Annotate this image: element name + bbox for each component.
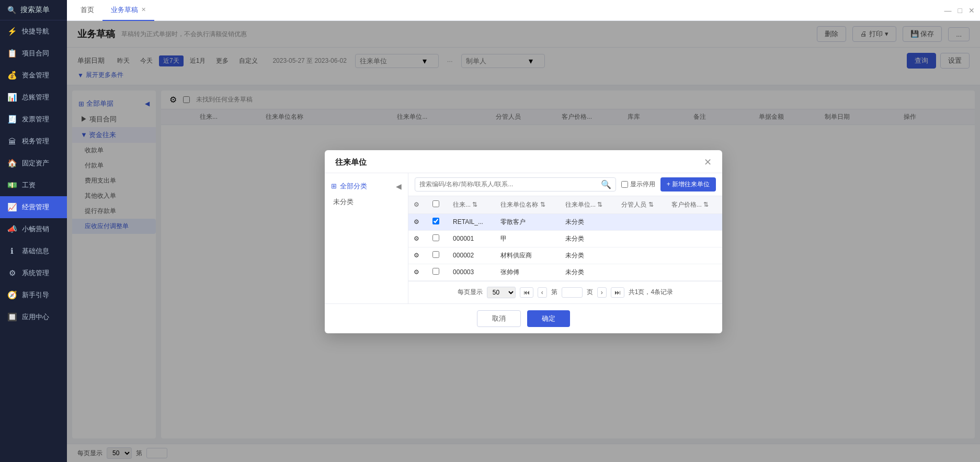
dialog-search-input[interactable] <box>419 181 598 188</box>
settings-icon-th: ⚙ <box>414 201 419 208</box>
show-disabled-label[interactable]: 显示停用 <box>621 180 655 189</box>
next-page-btn[interactable]: › <box>597 287 607 298</box>
panel-collapse-btn[interactable]: ◀ <box>396 182 402 190</box>
all-categories-btn[interactable]: ⊞ 全部分类 ◀ <box>325 178 408 194</box>
dialog-close-btn[interactable]: ✕ <box>704 157 712 167</box>
add-partner-btn[interactable]: + 新增往来单位 <box>660 177 716 191</box>
row-checkbox[interactable] <box>432 268 439 275</box>
sidebar-item-label: 工资 <box>22 181 36 190</box>
sort-icon: ⇅ <box>472 201 477 208</box>
row-name: 甲 <box>495 230 560 247</box>
sidebar-item-fixed-assets[interactable]: 🏠 固定资产 <box>0 152 67 174</box>
dialog-title: 往来单位 <box>335 157 367 167</box>
row-check[interactable] <box>427 247 448 264</box>
row-price <box>666 213 722 230</box>
per-page-select[interactable]: 50 100 <box>487 287 516 298</box>
sidebar-item-app-center[interactable]: 🔲 应用中心 <box>0 306 67 328</box>
tab-close-btn[interactable]: ✕ <box>141 6 146 13</box>
sidebar-item-fund[interactable]: 💰 资金管理 <box>0 64 67 86</box>
row-check[interactable] <box>427 213 448 230</box>
last-page-btn[interactable]: ⏭ <box>611 287 624 298</box>
sidebar-item-operations[interactable]: 📈 经营管理 <box>0 196 67 218</box>
sidebar-item-tax[interactable]: 🏛 税务管理 <box>0 130 67 152</box>
basic-info-icon: ℹ <box>7 246 17 256</box>
row-check[interactable] <box>427 230 448 247</box>
row-check[interactable] <box>427 264 448 280</box>
row-manager <box>616 247 666 264</box>
table-select-all[interactable] <box>432 200 439 207</box>
uncategorized-item[interactable]: 未分类 <box>325 194 408 210</box>
sidebar-item-label: 小畅营销 <box>22 224 49 234</box>
row-category: 未分类 <box>560 247 616 264</box>
dialog-table-body: ⚙ RETAIL_... 零散客户 未分类 ⚙ 000001 甲 未分类 ⚙ 0… <box>408 213 722 280</box>
main-area: 首页 业务草稿 ✕ — □ ✕ 业务草稿 草稿转为正式单据时，不会执行满额促销优… <box>67 0 980 462</box>
cancel-btn[interactable]: 取消 <box>477 310 521 327</box>
row-checkbox[interactable] <box>432 218 439 224</box>
th-code[interactable]: 往来... ⇅ <box>448 196 495 214</box>
sidebar-item-label: 资金管理 <box>22 71 49 80</box>
table-row[interactable]: ⚙ 000003 张帅傅 未分类 <box>408 264 722 280</box>
dialog-left-panel: ⊞ 全部分类 ◀ 未分类 <box>325 173 408 303</box>
modal-overlay[interactable]: 往来单位 ✕ ⊞ 全部分类 ◀ 未分类 <box>67 21 980 462</box>
row-settings: ⚙ <box>408 213 427 230</box>
accounting-icon: 📊 <box>7 93 17 102</box>
tab-active-label: 业务草稿 <box>111 5 138 15</box>
sidebar-search[interactable]: 🔍 搜索菜单 <box>0 0 67 20</box>
sidebar-item-invoice[interactable]: 🧾 发票管理 <box>0 108 67 130</box>
total-records: 共1页，4条记录 <box>629 288 673 297</box>
show-disabled-checkbox[interactable] <box>621 181 628 188</box>
sidebar-item-system[interactable]: ⚙ 系统管理 <box>0 262 67 284</box>
sidebar-item-marketing[interactable]: 📣 小畅营销 <box>0 218 67 240</box>
sidebar-item-label: 税务管理 <box>22 137 49 146</box>
sidebar-item-quick-nav[interactable]: ⚡ 快捷导航 <box>0 20 67 42</box>
app-center-icon: 🔲 <box>7 312 17 322</box>
sidebar-item-guide[interactable]: 🧭 新手引导 <box>0 284 67 306</box>
row-settings-icon: ⚙ <box>414 268 419 276</box>
row-price <box>666 264 722 280</box>
tax-icon: 🏛 <box>7 137 17 146</box>
row-settings-icon: ⚙ <box>414 218 419 226</box>
sidebar-item-basic-info[interactable]: ℹ 基础信息 <box>0 240 67 262</box>
sidebar-item-accounting[interactable]: 📊 总账管理 <box>0 86 67 108</box>
maximize-btn[interactable]: □ <box>958 6 962 15</box>
row-name: 零散客户 <box>495 213 560 230</box>
row-code: RETAIL_... <box>448 213 495 230</box>
sort-icon: ⇅ <box>597 201 602 208</box>
row-manager <box>616 264 666 280</box>
dialog-header: 往来单位 ✕ <box>325 150 722 173</box>
sidebar-item-project-contract[interactable]: 📋 项目合同 <box>0 42 67 64</box>
page-number-input[interactable]: 1 <box>562 287 583 298</box>
sidebar-item-payroll[interactable]: 💵 工资 <box>0 174 67 196</box>
table-row[interactable]: ⚙ RETAIL_... 零散客户 未分类 <box>408 213 722 230</box>
sidebar-item-label: 快捷导航 <box>22 27 49 36</box>
th-name[interactable]: 往来单位名称 ⇅ <box>495 196 560 214</box>
table-row[interactable]: ⚙ 000002 材料供应商 未分类 <box>408 247 722 264</box>
th-manager[interactable]: 分管人员 ⇅ <box>616 196 666 214</box>
window-controls: — □ ✕ <box>944 6 975 15</box>
row-name: 材料供应商 <box>495 247 560 264</box>
row-manager <box>616 213 666 230</box>
sidebar-item-label: 发票管理 <box>22 115 49 124</box>
dialog-table-header: ⚙ 往来... ⇅ 往来单位名称 ⇅ 往来单位... ⇅ 分管人员 ⇅ 客户价格… <box>408 196 722 214</box>
dialog-pagination: 每页显示 50 100 ⏮ ‹ 第 1 页 › ⏭ <box>408 281 722 303</box>
tab-active[interactable]: 业务草稿 ✕ <box>102 0 154 21</box>
search-icon: 🔍 <box>7 6 16 14</box>
quick-nav-icon: ⚡ <box>7 27 17 36</box>
row-checkbox[interactable] <box>432 251 439 258</box>
first-page-btn[interactable]: ⏮ <box>520 287 533 298</box>
search-icon-small: 🔍 <box>601 179 611 189</box>
minimize-btn[interactable]: — <box>944 6 952 15</box>
tab-home[interactable]: 首页 <box>72 0 102 21</box>
row-checkbox[interactable] <box>432 234 439 241</box>
table-row[interactable]: ⚙ 000001 甲 未分类 <box>408 230 722 247</box>
th-category[interactable]: 往来单位... ⇅ <box>560 196 616 214</box>
page-suffix: 页 <box>587 288 593 297</box>
prev-page-btn[interactable]: ‹ <box>538 287 547 298</box>
dialog-right-panel: 🔍 显示停用 + 新增往来单位 <box>408 173 722 303</box>
th-price[interactable]: 客户价格... ⇅ <box>666 196 722 214</box>
operations-icon: 📈 <box>7 202 17 212</box>
sidebar-item-label: 系统管理 <box>22 268 49 278</box>
confirm-btn[interactable]: 确定 <box>527 310 570 327</box>
tab-home-label: 首页 <box>81 5 94 15</box>
close-btn[interactable]: ✕ <box>968 6 975 15</box>
